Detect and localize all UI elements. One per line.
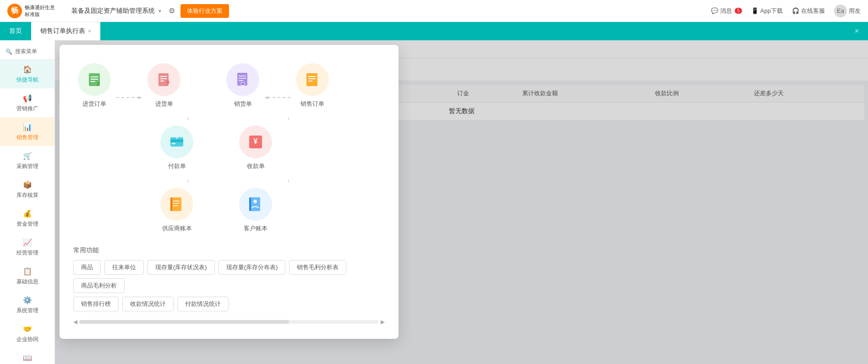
sidebar-item-guide[interactable]: 📖 新手引导 <box>0 348 55 364</box>
inventory-icon: 📦 <box>22 179 33 190</box>
sidebar-item-finance[interactable]: 💰 资金管理 <box>0 204 55 233</box>
sales-order-circle <box>296 63 329 96</box>
main-layout: 🔍 搜索菜单 🏠 快捷导航 📢 营销推广 📊 销售管理 🛒 采购管理 📦 库存核… <box>0 40 868 364</box>
svg-rect-28 <box>250 197 260 211</box>
scrollbar-thumb <box>79 320 289 324</box>
close-tab-icon[interactable]: × <box>88 28 91 34</box>
h-arrow-right-1 <box>115 95 143 100</box>
arrow-purchase-order-to-note <box>115 95 143 113</box>
func-btn-receipt-stats[interactable]: 收款情况统计 <box>122 297 174 311</box>
management-icon: 📈 <box>22 237 33 247</box>
sidebar-item-inventory[interactable]: 📦 库存核算 <box>0 175 55 204</box>
message-button[interactable]: 💬 消息 5 <box>711 7 742 15</box>
flow-row2-arrows: ↓ ↓ <box>73 114 385 121</box>
trial-button[interactable]: 体验行业方案 <box>180 4 229 18</box>
flow-node-purchase-note[interactable]: 进货单 <box>143 59 185 113</box>
app-download-button[interactable]: 📱 App下载 <box>751 7 783 15</box>
payment-circle: ¥ <box>160 125 193 158</box>
system-dropdown-arrow[interactable]: ▾ <box>158 8 161 14</box>
svg-rect-4 <box>158 73 169 86</box>
sidebar: 🔍 搜索菜单 🏠 快捷导航 📢 营销推广 📊 销售管理 🛒 采购管理 📦 库存核… <box>0 40 55 364</box>
flow-node-purchase-order[interactable]: 进货订单 <box>73 59 115 113</box>
system-icon: ⚙️ <box>22 295 33 305</box>
sidebar-item-quick-nav[interactable]: 🏠 快捷导航 <box>0 60 55 88</box>
flow-node-payment[interactable]: ¥ 付款单 <box>156 121 198 175</box>
search-icon: 🔍 <box>5 49 12 55</box>
user-avatar: Ea <box>834 5 847 17</box>
func-btn-product-profit[interactable]: 商品毛利分析 <box>73 278 125 293</box>
user-area[interactable]: Ea 用友 <box>834 5 861 17</box>
gear-button[interactable]: ⚙ <box>169 6 175 15</box>
flow-node-sales-order[interactable]: 销售订单 <box>291 59 333 113</box>
svg-text:¥: ¥ <box>175 136 178 140</box>
customer-ledger-circle <box>239 188 272 221</box>
func-btn-product[interactable]: 商品 <box>73 260 101 275</box>
sales-note-circle <box>226 63 259 96</box>
receipt-circle: ¥ <box>239 125 272 158</box>
purchase-icon: 🛒 <box>22 151 33 161</box>
function-buttons-row2: 销售排行榜 收款情况统计 付款情况统计 <box>73 297 385 311</box>
supplier-ledger-circle <box>160 188 193 221</box>
basic-info-icon: 📋 <box>22 266 33 276</box>
modal-scrollbar: ◀ ▶ <box>73 319 385 325</box>
marketing-icon: 📢 <box>22 93 33 103</box>
sidebar-item-sales[interactable]: 📊 销售管理 <box>0 117 55 146</box>
flow-row5: 供应商账本 客户账本 <box>73 183 385 237</box>
scroll-right-arrow[interactable]: ▶ <box>381 319 385 325</box>
tab-sales-order-execution[interactable]: 销售订单执行表 × <box>31 22 100 40</box>
sidebar-item-enterprise[interactable]: 🤝 企业协同 <box>0 319 55 348</box>
purchase-order-circle <box>78 63 111 96</box>
arrow-sales-order-to-note <box>264 95 291 113</box>
flow-node-sales-note[interactable]: 销货单 <box>222 59 264 113</box>
nav-tabs: 首页 销售订单执行表 × × <box>0 22 868 40</box>
message-badge: 5 <box>735 8 742 14</box>
flow-node-supplier-ledger[interactable]: 供应商账本 <box>156 183 198 237</box>
home-icon: 🏠 <box>22 64 33 74</box>
system-title-area: 装备及固定资产辅助管理系统 ▾ ⚙ <box>71 6 175 15</box>
func-btn-stock-status[interactable]: 现存量(库存状况表) <box>147 260 215 275</box>
svg-rect-19 <box>172 143 175 144</box>
svg-rect-13 <box>306 73 317 86</box>
sidebar-item-marketing[interactable]: 📢 营销推广 <box>0 88 55 117</box>
function-buttons-row1: 商品 往来单位 现存量(库存状况表) 现存量(库存分布表) 销售毛利分析表 商品… <box>73 260 385 293</box>
finance-icon: 💰 <box>22 208 33 218</box>
func-btn-stock-dist[interactable]: 现存量(库存分布表) <box>218 260 286 275</box>
system-title-text: 装备及固定资产辅助管理系统 <box>71 7 155 15</box>
sidebar-item-system[interactable]: ⚙️ 系统管理 <box>0 290 55 319</box>
scroll-left-arrow[interactable]: ◀ <box>73 319 77 325</box>
sidebar-item-basic-info[interactable]: 📋 基础信息 <box>0 261 55 290</box>
down-arrow-payment: ↓ <box>156 177 220 183</box>
scrollbar-track[interactable] <box>79 320 379 324</box>
common-functions-title: 常用功能 <box>73 246 385 255</box>
logo-area: 畅 畅康通好生意 标准版 <box>7 4 62 18</box>
svg-rect-24 <box>170 197 172 211</box>
flow-node-customer-ledger[interactable]: 客户账本 <box>235 183 277 237</box>
svg-point-30 <box>253 200 257 203</box>
online-service-button[interactable]: 🎧 在线客服 <box>792 7 825 15</box>
svg-rect-23 <box>171 197 181 211</box>
h-arrow-left-1 <box>264 95 291 100</box>
sidebar-item-management[interactable]: 📈 经营管理 <box>0 233 55 261</box>
search-menu-item[interactable]: 🔍 搜索菜单 <box>0 44 55 60</box>
svg-rect-29 <box>249 197 251 211</box>
down-arrow-sales: ↓ <box>257 114 321 121</box>
flow-row4-arrows: ↓ ↓ <box>73 177 385 183</box>
modal-panel: 进货订单 <box>60 45 399 339</box>
flow-node-receipt[interactable]: ¥ 收款单 <box>235 121 277 175</box>
avatar-placeholder: Ea <box>837 7 844 14</box>
close-all-tabs-button[interactable]: × <box>851 25 863 37</box>
sales-icon: 📊 <box>22 122 33 132</box>
func-btn-partner[interactable]: 往来单位 <box>104 260 144 275</box>
top-header: 畅 畅康通好生意 标准版 装备及固定资产辅助管理系统 ▾ ⚙ 体验行业方案 💬 … <box>0 0 868 22</box>
func-btn-sales-ranking[interactable]: 销售排行榜 <box>73 297 119 311</box>
app-icon: 📱 <box>751 7 759 14</box>
func-btn-sales-profit-analysis[interactable]: 销售毛利分析表 <box>289 260 346 275</box>
message-icon: 💬 <box>711 7 718 14</box>
guide-icon: 📖 <box>22 353 33 363</box>
tab-home[interactable]: 首页 <box>0 22 31 40</box>
sidebar-item-purchase[interactable]: 🛒 采购管理 <box>0 146 55 175</box>
logo-icon: 畅 <box>7 4 22 18</box>
svg-rect-12 <box>241 82 245 85</box>
down-arrow-purchase: ↓ <box>156 114 220 121</box>
func-btn-payment-stats[interactable]: 付款情况统计 <box>177 297 229 311</box>
